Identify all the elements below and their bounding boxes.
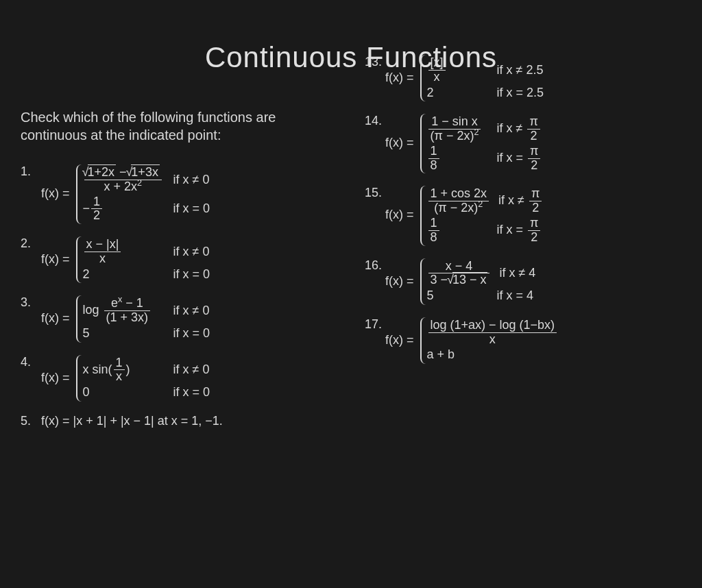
problem-number: 5. <box>21 414 41 428</box>
problem: 4.f(x) = x sin(1x)if x ≠ 00if x = 0 <box>21 355 337 402</box>
piecewise-cases: x sin(1x)if x ≠ 00if x = 0 <box>76 355 210 402</box>
case-expression: log ex − 1(1 + 3x) <box>83 297 165 325</box>
case-condition: if x ≠ 0 <box>173 173 210 188</box>
problem: 2.f(x) = x − |x|xif x ≠ 02if x = 0 <box>21 236 337 283</box>
problem: 3.f(x) = log ex − 1(1 + 3x)if x ≠ 05if x… <box>21 295 337 342</box>
case-row: 1+2x − 1+3xx + 2x2if x ≠ 0 <box>83 166 210 194</box>
problem: 1.f(x) = 1+2x − 1+3xx + 2x2if x ≠ 0−12if… <box>21 164 337 224</box>
problem-number: 16. <box>365 258 385 273</box>
right-problem-list: 13.f(x) = [x]xif x ≠ 2.52if x = 2.514.f(… <box>365 55 681 364</box>
content-columns: Check which of the following functions a… <box>21 108 681 441</box>
case-expression: x sin(1x) <box>83 356 165 384</box>
case-expression: 18 <box>427 217 489 245</box>
left-column: Check which of the following functions a… <box>21 108 337 441</box>
problem-body: f(x) = x − |x|xif x ≠ 02if x = 0 <box>41 236 337 283</box>
problem-body: f(x) = log ex − 1(1 + 3x)if x ≠ 05if x =… <box>41 295 337 342</box>
case-row: log ex − 1(1 + 3x)if x ≠ 0 <box>83 297 210 325</box>
case-expression: 5 <box>83 326 165 341</box>
case-condition: if x ≠ 2.5 <box>497 63 544 78</box>
problem-body: f(x) = log (1+ax) − log (1−bx)xa + b <box>385 317 681 364</box>
problem: 16.f(x) = x − 43 − 13 − xif x ≠ 45if x =… <box>365 258 681 305</box>
problem-number: 17. <box>365 317 385 332</box>
problem-body: f(x) = x − 43 − 13 − xif x ≠ 45if x = 4 <box>385 258 681 305</box>
case-condition: if x = 0 <box>173 326 210 341</box>
problem-body: f(x) = [x]xif x ≠ 2.52if x = 2.5 <box>385 55 681 101</box>
problem: 5.f(x) = |x + 1| + |x − 1| at x = 1, −1. <box>21 414 337 428</box>
piecewise-cases: log (1+ax) − log (1−bx)xa + b <box>420 317 567 364</box>
problem-number: 4. <box>21 355 41 369</box>
case-expression: 1 + cos 2x(π − 2x)2 <box>427 187 491 215</box>
case-expression: 1 − sin x(π − 2x)2 <box>427 115 489 143</box>
function-lead: f(x) = <box>385 273 417 287</box>
case-condition: if x ≠ 0 <box>173 363 210 378</box>
case-row: 18if x = π2 <box>427 217 544 245</box>
function-lead: f(x) = <box>41 186 73 200</box>
problem-number: 2. <box>21 236 41 251</box>
case-row: a + b <box>427 347 567 363</box>
case-row: x − 43 − 13 − xif x ≠ 4 <box>427 260 536 288</box>
problem-number: 15. <box>365 186 385 200</box>
case-row: 18if x = π2 <box>427 145 542 173</box>
function-lead: f(x) = <box>41 311 73 325</box>
piecewise-cases: x − |x|xif x ≠ 02if x = 0 <box>76 236 210 283</box>
case-row: 0if x = 0 <box>83 385 210 400</box>
worksheet-page: Continuous Functions Check which of the … <box>0 0 702 588</box>
piecewise-cases: [x]xif x ≠ 2.52if x = 2.5 <box>420 55 544 101</box>
left-problem-list: 1.f(x) = 1+2x − 1+3xx + 2x2if x ≠ 0−12if… <box>21 164 337 428</box>
right-column: 13.f(x) = [x]xif x ≠ 2.52if x = 2.514.f(… <box>365 55 681 441</box>
instructions: Check which of the following functions a… <box>21 108 337 144</box>
case-condition: if x = 4 <box>497 289 534 304</box>
case-condition: if x = π2 <box>497 217 542 245</box>
case-condition: if x = 0 <box>173 201 210 217</box>
case-condition: if x ≠ 0 <box>173 245 210 260</box>
case-condition: if x = 0 <box>173 385 210 400</box>
case-expression: a + b <box>427 347 489 363</box>
case-condition: if x ≠ 4 <box>499 266 535 281</box>
problem-body: f(x) = 1+2x − 1+3xx + 2x2if x ≠ 0−12if x… <box>41 164 337 224</box>
function-lead: f(x) = <box>41 370 73 384</box>
problem-expression: f(x) = |x + 1| + |x − 1| at x = 1, −1. <box>41 414 223 428</box>
problem-body: f(x) = 1 + cos 2x(π − 2x)2if x ≠ π218if … <box>385 186 681 245</box>
case-row: −12if x = 0 <box>83 195 210 223</box>
problem: 15.f(x) = 1 + cos 2x(π − 2x)2if x ≠ π218… <box>365 186 681 245</box>
problem: 17.f(x) = log (1+ax) − log (1−bx)xa + b <box>365 317 681 364</box>
function-lead: f(x) = <box>41 252 73 266</box>
case-condition: if x ≠ 0 <box>173 304 210 319</box>
case-expression: 2 <box>427 86 489 101</box>
piecewise-cases: 1+2x − 1+3xx + 2x2if x ≠ 0−12if x = 0 <box>76 164 210 224</box>
piecewise-cases: x − 43 − 13 − xif x ≠ 45if x = 4 <box>420 258 536 305</box>
case-row: 2if x = 2.5 <box>427 86 544 101</box>
problem-body: f(x) = x sin(1x)if x ≠ 00if x = 0 <box>41 355 337 402</box>
case-condition: if x = 0 <box>173 267 210 282</box>
case-row: 1 + cos 2x(π − 2x)2if x ≠ π2 <box>427 187 544 215</box>
case-expression: x − |x|x <box>83 238 165 266</box>
case-expression: x − 43 − 13 − x <box>427 260 492 288</box>
case-row: 5if x = 0 <box>83 326 210 341</box>
case-expression: 0 <box>83 385 165 400</box>
case-row: x − |x|xif x ≠ 0 <box>83 238 210 266</box>
problem-number: 1. <box>21 164 41 179</box>
case-row: 2if x = 0 <box>83 267 210 282</box>
case-expression: [x]x <box>427 56 489 84</box>
function-lead: f(x) = <box>385 333 417 347</box>
function-lead: f(x) = <box>385 136 417 150</box>
problem-body: f(x) = 1 − sin x(π − 2x)2if x ≠ π218if x… <box>385 114 681 173</box>
case-condition: if x = π2 <box>497 145 542 173</box>
problem-number: 13. <box>365 55 385 69</box>
case-expression: 1+2x − 1+3xx + 2x2 <box>83 166 165 194</box>
case-condition: if x ≠ π2 <box>497 115 542 143</box>
problem: 14.f(x) = 1 − sin x(π − 2x)2if x ≠ π218i… <box>365 114 681 173</box>
case-expression: log (1+ax) − log (1−bx)x <box>427 319 559 347</box>
case-row: log (1+ax) − log (1−bx)x <box>427 319 567 347</box>
piecewise-cases: log ex − 1(1 + 3x)if x ≠ 05if x = 0 <box>76 295 210 342</box>
piecewise-cases: 1 + cos 2x(π − 2x)2if x ≠ π218if x = π2 <box>420 186 544 245</box>
function-lead: f(x) = <box>385 208 417 222</box>
piecewise-cases: 1 − sin x(π − 2x)2if x ≠ π218if x = π2 <box>420 114 542 173</box>
problem-number: 3. <box>21 295 41 310</box>
problem: 13.f(x) = [x]xif x ≠ 2.52if x = 2.5 <box>365 55 681 101</box>
case-expression: −12 <box>83 195 165 223</box>
instructions-line-2: continuous at the indicated point: <box>21 126 337 144</box>
case-expression: 2 <box>83 267 165 282</box>
problem-body: f(x) = |x + 1| + |x − 1| at x = 1, −1. <box>41 414 337 428</box>
case-condition: if x ≠ π2 <box>498 187 543 215</box>
